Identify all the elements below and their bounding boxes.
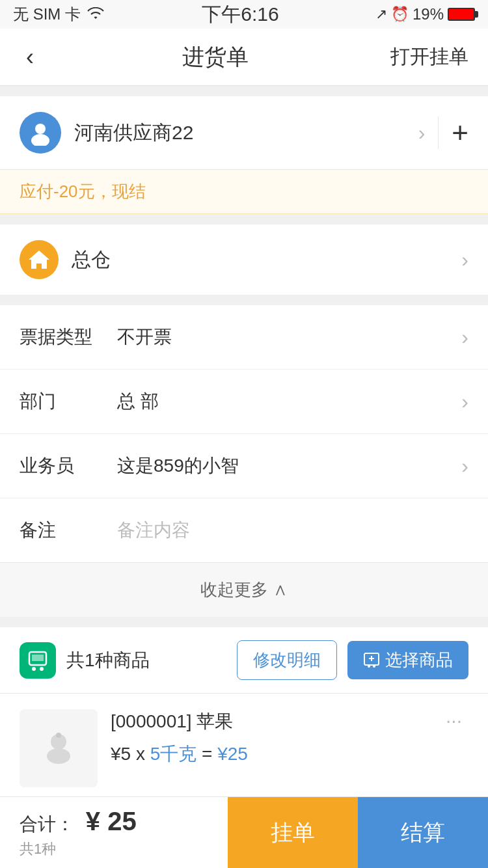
invoice-type-value: 不开票	[117, 325, 461, 349]
supplier-notice: 应付-20元，现结	[0, 170, 488, 214]
warehouse-card: 总仓 ›	[0, 224, 488, 295]
divider	[438, 116, 439, 149]
invoice-type-label: 票据类型	[20, 325, 104, 349]
remark-input[interactable]: 备注内容	[117, 518, 468, 543]
product-quantity: 5千克	[150, 744, 197, 764]
warehouse-row[interactable]: 总仓 ›	[0, 224, 488, 295]
alarm-icon: ⏰	[391, 6, 409, 23]
svg-point-12	[56, 733, 61, 738]
product-name: [0000001] 苹果	[111, 709, 439, 734]
svg-point-11	[47, 748, 70, 764]
collapse-row[interactable]: 收起更多 ∧	[0, 562, 488, 617]
svg-point-3	[32, 667, 36, 671]
status-bar-time: 下午6:16	[202, 1, 278, 28]
home-icon	[27, 248, 51, 271]
department-value: 总 部	[117, 389, 461, 414]
price-value: ¥5	[111, 744, 131, 764]
warehouse-name: 总仓	[72, 247, 461, 273]
product-count-label: 共1种商品	[66, 648, 237, 673]
department-label: 部门	[20, 389, 104, 414]
cart-icon	[27, 649, 49, 671]
equals-sign: =	[202, 744, 217, 764]
status-bar: 无 SIM 卡 下午6:16 ↗ ⏰ 19%	[0, 0, 488, 29]
total-amount: ¥ 25	[86, 807, 137, 835]
select-product-label: 选择商品	[385, 649, 453, 671]
invoice-type-chevron-icon: ›	[461, 325, 468, 349]
wifi-icon	[86, 7, 105, 21]
department-chevron-icon: ›	[461, 390, 468, 414]
remark-row[interactable]: 备注 备注内容	[0, 498, 488, 562]
warehouse-icon-bg	[20, 240, 59, 279]
svg-point-0	[35, 124, 46, 134]
product-placeholder-icon	[39, 729, 78, 768]
footer-count: 共1种	[20, 839, 208, 859]
invoice-type-row[interactable]: 票据类型 不开票 ›	[0, 305, 488, 370]
footer-total-section: 合计： ¥ 25 共1种	[0, 807, 228, 859]
select-product-button[interactable]: 选择商品	[347, 641, 468, 679]
salesperson-row[interactable]: 业务员 这是859的小智 ›	[0, 434, 488, 498]
page-title: 进货单	[182, 42, 249, 72]
status-bar-left: 无 SIM 卡	[13, 4, 105, 25]
supplier-avatar	[20, 112, 61, 154]
location-icon: ↗	[375, 6, 387, 23]
svg-point-4	[40, 667, 44, 671]
svg-point-1	[31, 134, 49, 146]
product-item: [0000001] 苹果 ¥5 x 5千克 = ¥25 ···	[0, 694, 488, 803]
remark-label: 备注	[20, 518, 104, 543]
edit-detail-button[interactable]: 修改明细	[237, 640, 337, 680]
product-price: ¥5 x 5千克 = ¥25	[111, 742, 439, 766]
product-header: 共1种商品 修改明细 选择商品	[0, 627, 488, 694]
add-supplier-button[interactable]: +	[452, 116, 468, 149]
hang-order-button[interactable]: 挂单	[228, 797, 358, 869]
carrier-label: 无 SIM 卡	[13, 4, 81, 25]
svg-point-7	[373, 665, 375, 668]
footer: 合计： ¥ 25 共1种 挂单 结算	[0, 796, 488, 868]
supplier-chevron-icon: ›	[418, 121, 426, 145]
department-row[interactable]: 部门 总 部 ›	[0, 370, 488, 434]
product-info: [0000001] 苹果 ¥5 x 5千克 = ¥25	[111, 709, 439, 766]
product-code: [0000001]	[111, 711, 197, 731]
settle-button[interactable]: 结算	[358, 797, 488, 869]
salesperson-chevron-icon: ›	[461, 454, 468, 478]
supplier-row[interactable]: 河南供应商22 › +	[0, 96, 488, 170]
product-icon-bg	[20, 642, 56, 679]
salesperson-value: 这是859的小智	[117, 454, 461, 478]
product-thumbnail	[20, 709, 98, 787]
battery-percent: 19%	[413, 5, 444, 23]
battery-icon	[448, 8, 475, 21]
total-label: 合计：	[20, 814, 74, 834]
warehouse-chevron-icon: ›	[461, 248, 468, 272]
product-total: ¥25	[217, 744, 248, 764]
salesperson-label: 业务员	[20, 454, 104, 478]
person-icon	[27, 120, 53, 146]
form-section: 票据类型 不开票 › 部门 总 部 › 业务员 这是859的小智 › 备注 备注…	[0, 305, 488, 562]
supplier-card: 河南供应商22 › + 应付-20元，现结	[0, 96, 488, 214]
multiply-sign: x	[136, 744, 150, 764]
select-product-icon	[363, 652, 380, 669]
back-button[interactable]: ‹	[20, 37, 40, 77]
status-bar-right: ↗ ⏰ 19%	[375, 5, 475, 23]
product-more-button[interactable]: ···	[439, 709, 468, 731]
nav-bar: ‹ 进货单 打开挂单	[0, 29, 488, 86]
svg-point-6	[368, 665, 370, 668]
open-hang-order-button[interactable]: 打开挂单	[390, 44, 468, 70]
supplier-name: 河南供应商22	[74, 120, 418, 146]
